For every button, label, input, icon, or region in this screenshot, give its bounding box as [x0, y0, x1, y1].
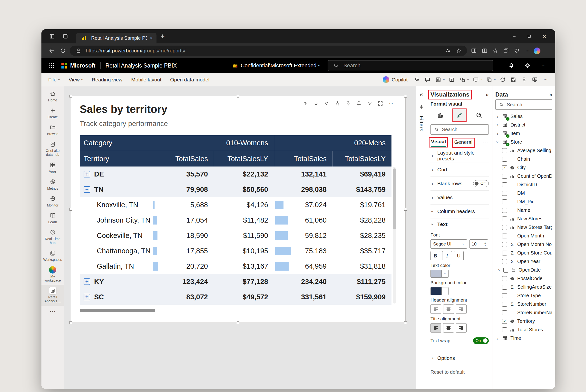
nav-item-workspaces[interactable]: Workspaces [42, 247, 64, 264]
checkbox-unchecked[interactable] [502, 191, 507, 196]
territory-cell[interactable]: Knoxville, TN [80, 197, 152, 212]
chevron-down-icon[interactable]: › [495, 140, 500, 144]
vertical-scrollbar[interactable] [393, 167, 396, 304]
star-icon[interactable] [454, 46, 463, 55]
chevron-down-icon[interactable]: › [442, 79, 446, 80]
menu-item-open-data-model[interactable]: Open data model [170, 77, 210, 83]
value-cell[interactable]: $13,167 [214, 259, 274, 274]
new-tab-button[interactable]: + [160, 32, 165, 40]
font-family-select[interactable]: Segoe UI › [430, 240, 467, 249]
field-storenumberna[interactable]: StoreNumberNa... [495, 308, 552, 317]
checkbox-unchecked[interactable] [502, 225, 507, 230]
waffle-icon[interactable] [47, 61, 56, 70]
duplicate-icon[interactable] [485, 75, 494, 84]
alert-icon[interactable] [355, 100, 362, 107]
resize-handle[interactable] [237, 95, 239, 98]
value-cell[interactable]: $143,759 [332, 182, 392, 197]
filters-pane-collapsed[interactable]: « Filters [416, 86, 427, 389]
minimize-button[interactable] [506, 31, 522, 42]
refresh-icon[interactable] [498, 75, 507, 84]
report-page[interactable]: ⋯ Sales by territory Track category perf… [71, 96, 406, 323]
star-icon[interactable] [491, 46, 500, 55]
pin-icon[interactable] [520, 75, 528, 84]
table-item[interactable]: ›✓Item [495, 129, 552, 138]
italic-button[interactable]: I [442, 251, 452, 260]
tab-workspaces-icon[interactable] [48, 32, 56, 41]
text-box-icon[interactable] [447, 75, 456, 84]
value-cell[interactable]: $11,482 [214, 212, 274, 228]
pin-small-icon[interactable] [344, 100, 352, 107]
value-cell[interactable]: $11,590 [214, 228, 274, 243]
section-grid[interactable]: ›Grid [430, 162, 489, 176]
field-new-stores[interactable]: New Stores [495, 214, 552, 223]
close-button[interactable]: × [537, 31, 552, 42]
territory-cell[interactable]: +SC [80, 289, 152, 305]
value-cell[interactable]: 64,959 [274, 259, 332, 274]
checkbox-unchecked[interactable] [503, 268, 508, 272]
align-right-button[interactable] [456, 304, 466, 314]
value-cell[interactable]: 234,240 [274, 274, 332, 289]
value-cell[interactable]: 298,038 [274, 182, 332, 197]
section-layout-style-presets[interactable]: ›Layout and style presets [430, 149, 489, 162]
checkbox-checked[interactable]: ✓ [502, 165, 507, 170]
tab-close-icon[interactable]: × [150, 34, 153, 42]
value-cell[interactable]: 5,688 [152, 197, 214, 212]
more-icon[interactable]: ⋯ [387, 100, 395, 107]
checkbox-unchecked[interactable] [502, 182, 507, 187]
field-average-selling[interactable]: Average Selling ... [495, 146, 552, 155]
nav-item-create[interactable]: Create [42, 104, 64, 122]
table-district[interactable]: ›District [495, 121, 552, 129]
checkbox-unchecked[interactable] [502, 259, 507, 264]
data-search-input[interactable]: Search [495, 100, 552, 110]
more-icon[interactable]: ⋯ [541, 75, 550, 84]
align-left-button[interactable] [430, 304, 441, 314]
refresh-icon[interactable] [58, 46, 67, 55]
nav-item-home[interactable]: Home [42, 88, 64, 104]
horizontal-scrollbar-thumb[interactable] [80, 309, 155, 312]
chevron-right-icon[interactable]: › [495, 122, 500, 128]
expand-icon[interactable]: + [84, 278, 90, 285]
reset-to-default-button[interactable]: Reset to default [430, 365, 489, 376]
nav-item-learn[interactable]: Learn [42, 210, 64, 226]
field-city[interactable]: ✓City [495, 163, 552, 172]
arrow-down-icon[interactable] [312, 100, 320, 107]
value-cell[interactable]: 75,183 [274, 243, 332, 259]
align-center-button[interactable] [443, 304, 454, 314]
comments-icon[interactable] [423, 75, 432, 84]
checkbox-unchecked[interactable] [502, 234, 507, 238]
value-cell[interactable]: 61,060 [274, 212, 332, 228]
field-storenumber[interactable]: ΣStoreNumber [495, 300, 552, 308]
chevron-right-icon[interactable]: › [497, 267, 501, 273]
focus-icon[interactable] [376, 100, 384, 107]
value-cell[interactable]: $111,275 [332, 274, 392, 289]
field-districtid[interactable]: DistrictID [495, 180, 552, 189]
page-view-icon[interactable] [472, 75, 480, 84]
value-cell[interactable]: 37,024 [274, 197, 332, 212]
checkbox-unchecked[interactable] [502, 208, 507, 213]
value-cell[interactable]: $49,572 [214, 289, 274, 305]
field-opendate[interactable]: ›OpenDate [495, 266, 552, 274]
align-left-button[interactable] [430, 323, 441, 332]
value-cell[interactable]: $19,761 [332, 197, 392, 212]
value-cell[interactable]: 132,141 [274, 166, 332, 182]
value-cell[interactable]: 83,072 [152, 289, 214, 305]
nav-item-apps[interactable]: Apps [42, 159, 64, 176]
field-store-type[interactable]: Store Type [495, 291, 552, 300]
chevron-right-icon[interactable]: › [495, 336, 500, 341]
read-aloud-icon[interactable] [444, 46, 452, 55]
value-cell[interactable]: 79,908 [152, 182, 214, 197]
nav-item-real-time-hub[interactable]: Real-Time hub [42, 226, 64, 247]
territory-cell[interactable]: Gallatin, TN [80, 259, 152, 274]
address-bar[interactable]: https://msit.powerbi.com/groups/me/repor… [70, 46, 467, 56]
field-territory[interactable]: ✓Territory [495, 317, 552, 326]
build-visual-icon[interactable] [434, 109, 446, 122]
field-open-month-no[interactable]: ΣOpen Month No [495, 240, 552, 249]
nav-item-onelake-data-hub[interactable]: OneLake data hub [42, 138, 64, 159]
checkbox-unchecked[interactable] [502, 200, 507, 204]
value-cell[interactable]: $50,560 [214, 182, 274, 197]
bold-button[interactable]: B [430, 251, 440, 260]
back-icon[interactable] [47, 46, 56, 55]
collapse-data-pane-icon[interactable]: » [549, 91, 552, 98]
checkbox-unchecked[interactable] [502, 174, 507, 179]
checkbox-unchecked[interactable] [502, 242, 507, 247]
